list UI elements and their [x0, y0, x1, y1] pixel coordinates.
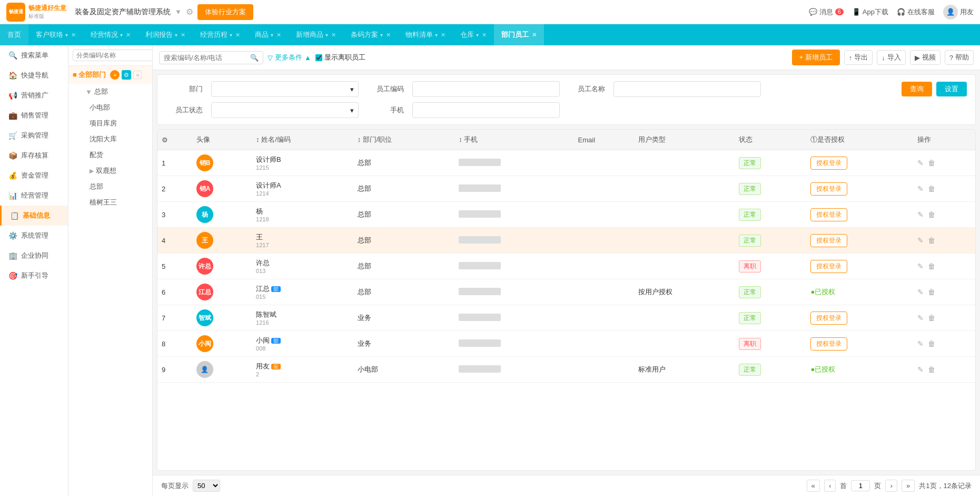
authorize-btn[interactable]: 授权登录 [810, 208, 847, 221]
edit-icon[interactable]: ✎ [917, 288, 924, 296]
query-btn[interactable]: 查询 [902, 82, 932, 96]
edit-icon[interactable]: ✎ [917, 365, 924, 374]
search-input[interactable] [164, 54, 248, 62]
export-btn[interactable]: ↑ 导出 [844, 50, 873, 65]
edit-icon[interactable]: ✎ [917, 236, 924, 245]
delete-icon[interactable]: 🗑 [928, 236, 935, 245]
page-number-input[interactable] [851, 480, 870, 491]
first-page-btn[interactable]: « [807, 480, 820, 492]
tab-profit[interactable]: 利润报告 ▾ ✕ [138, 24, 193, 45]
tab-barcode[interactable]: 条码方案 ▾ ✕ [343, 24, 398, 45]
tab-customer[interactable]: 客户联络 ▾ ✕ [28, 24, 83, 45]
dropdown-icon[interactable]: ▼ [175, 8, 182, 16]
close-icon[interactable]: ✕ [276, 32, 281, 38]
close-icon[interactable]: ✕ [532, 32, 537, 38]
tab-history[interactable]: 经营历程 ▾ ✕ [193, 24, 248, 45]
close-icon[interactable]: ✕ [441, 32, 446, 38]
sidebar-item-operations[interactable]: 📊 经营管理 [0, 186, 68, 206]
delete-icon[interactable]: 🗑 [928, 210, 935, 219]
tab-dept-employee[interactable]: 部门员工 ✕ [494, 24, 544, 45]
sidebar-item-system[interactable]: ⚙️ 系统管理 [0, 226, 68, 246]
next-page-btn[interactable]: › [885, 480, 897, 492]
delete-icon[interactable]: 🗑 [928, 262, 935, 270]
authorize-btn[interactable]: 授权登录 [810, 234, 847, 247]
emp-code-input[interactable] [412, 81, 560, 97]
view-btn[interactable]: ▶ 视频 [910, 50, 941, 65]
dept-item-slx[interactable]: ▶ 双鹿想 [73, 163, 152, 179]
dept-item-zb[interactable]: 总部 [73, 179, 152, 194]
import-btn[interactable]: ↓ 导入 [877, 50, 906, 65]
sidebar-item-inventory[interactable]: 📦 库存核算 [0, 145, 68, 166]
last-page-btn[interactable]: » [902, 480, 915, 492]
sidebar-item-enterprise[interactable]: 🏢 企业协同 [0, 246, 68, 266]
dept-item-zongbu[interactable]: ▼ 总部 [73, 84, 152, 100]
delete-icon[interactable]: 🗑 [928, 314, 935, 322]
tab-warehouse[interactable]: 仓库 ▾ ✕ [453, 24, 494, 45]
tab-bom[interactable]: 物料清单 ▾ ✕ [398, 24, 453, 45]
authorize-btn[interactable]: 授权登录 [810, 157, 847, 170]
close-icon[interactable]: ✕ [71, 32, 76, 38]
th-name[interactable]: ↕ 姓名/编码 [252, 130, 353, 150]
th-phone[interactable]: ↕ 手机 [454, 130, 573, 150]
more-filters-btn[interactable]: ▽ 更多条件 ▲ [268, 53, 311, 62]
sidebar-item-quick-nav[interactable]: 🏠 快捷导航 [0, 65, 68, 85]
close-icon[interactable]: ✕ [181, 32, 185, 38]
edit-icon[interactable]: ✎ [917, 314, 924, 322]
dept-item-xd[interactable]: 小电部 [73, 100, 152, 115]
tab-add-product[interactable]: 新增商品 ▾ ✕ [289, 24, 343, 45]
search-icon[interactable]: 🔍 [250, 54, 259, 62]
sidebar-item-search-menu[interactable]: 🔍 搜索菜单 [0, 45, 68, 65]
gear-icon[interactable]: ⚙ [186, 7, 193, 17]
dept-filter-select[interactable]: ▾ [211, 81, 359, 97]
reset-btn[interactable]: 设置 [936, 82, 967, 96]
message-btn[interactable]: 💬 消息 6 [809, 7, 844, 17]
edit-icon[interactable]: ✎ [917, 184, 924, 193]
close-icon[interactable]: ✕ [386, 32, 391, 38]
tab-operations[interactable]: 经营情况 ▾ ✕ [83, 24, 138, 45]
close-icon[interactable]: ✕ [126, 32, 131, 38]
sidebar-item-guide[interactable]: 🎯 新手引导 [0, 266, 68, 286]
sidebar-item-purchase[interactable]: 🛒 采购管理 [0, 125, 68, 145]
per-page-select[interactable]: 50 100 [193, 480, 220, 492]
app-download-btn[interactable]: 📱 App下载 [852, 7, 888, 17]
show-resigned-checkbox[interactable] [315, 54, 322, 61]
th-settings[interactable]: ⚙ [157, 130, 192, 150]
authorize-btn[interactable]: 授权登录 [810, 182, 847, 196]
dept-gear-icon[interactable]: ⚙ [122, 70, 131, 80]
delete-icon[interactable]: 🗑 [928, 339, 935, 348]
th-dept[interactable]: ↕ 部门/职位 [353, 130, 455, 150]
tab-products[interactable]: 商品 ▾ ✕ [248, 24, 289, 45]
dept-item-xmkf[interactable]: 项目库房 [73, 115, 152, 131]
tab-home[interactable]: 首页 [0, 24, 28, 45]
emp-status-select[interactable]: ▾ [211, 102, 359, 118]
help-btn[interactable]: ? 帮助 [945, 50, 974, 65]
edit-icon[interactable]: ✎ [917, 210, 924, 219]
authorize-btn[interactable]: 授权登录 [810, 312, 847, 325]
edit-icon[interactable]: ✎ [917, 159, 924, 167]
prev-page-btn[interactable]: ‹ [824, 480, 836, 492]
dept-search-input[interactable] [73, 50, 153, 61]
delete-icon[interactable]: 🗑 [928, 365, 935, 374]
close-icon[interactable]: ✕ [235, 32, 240, 38]
dept-item-syk[interactable]: 沈阳大库 [73, 131, 152, 147]
delete-icon[interactable]: 🗑 [928, 159, 935, 167]
sidebar-item-finance[interactable]: 💰 资金管理 [0, 166, 68, 186]
sidebar-item-marketing[interactable]: 📢 营销推广 [0, 85, 68, 105]
close-icon[interactable]: ✕ [331, 32, 336, 38]
online-service-btn[interactable]: 🎧 在线客服 [897, 7, 935, 17]
sidebar-item-sales[interactable]: 💼 销售管理 [0, 105, 68, 125]
dept-item-ph[interactable]: 配货 [73, 147, 152, 163]
add-dept-icon[interactable]: + [110, 70, 120, 80]
user-btn[interactable]: 👤 用友 [943, 5, 974, 20]
trial-btn[interactable]: 体验行业方案 [197, 4, 253, 20]
sidebar-item-basic-info[interactable]: 📋 基础信息 [0, 206, 68, 226]
show-resigned-label[interactable]: 显示离职员工 [315, 53, 365, 62]
delete-icon[interactable]: 🗑 [928, 184, 935, 193]
edit-icon[interactable]: ✎ [917, 262, 924, 270]
emp-name-input[interactable] [613, 81, 761, 97]
phone-input[interactable] [412, 102, 560, 118]
delete-icon[interactable]: 🗑 [928, 288, 935, 296]
collapse-icon[interactable]: « [133, 71, 142, 79]
all-dept-item[interactable]: ■ 全部部门 + ⚙ « [68, 66, 152, 84]
edit-icon[interactable]: ✎ [917, 339, 924, 348]
